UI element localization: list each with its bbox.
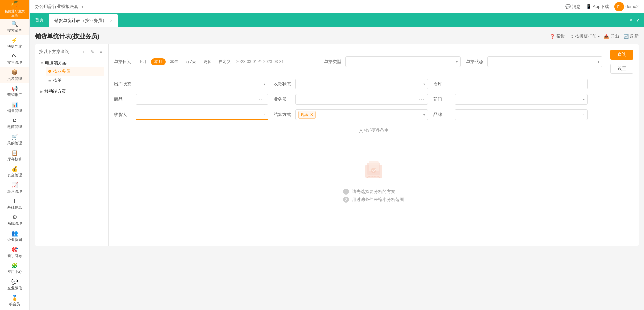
tree-children-desktop: ✓ 按业务员 ≡ 按单 xyxy=(39,67,104,85)
warehouse-dots: ··· xyxy=(578,81,585,87)
settlement-select[interactable]: 现金 ✕ ▾ xyxy=(295,109,428,120)
tab-active[interactable]: 销货单统计表（按业务员） × xyxy=(49,14,118,28)
tree-parent-mobile[interactable]: ▶ 移动端方案 xyxy=(39,87,104,95)
sidebar-item-搜索菜单[interactable]: 🔍搜索菜单 xyxy=(0,19,30,35)
hint-num-2: 2 xyxy=(343,197,349,203)
ship-status-chevron: ▾ xyxy=(264,82,265,86)
tree-child-order[interactable]: ≡ 按单 xyxy=(46,76,104,85)
date-last-month-btn[interactable]: 上月 xyxy=(136,58,150,66)
date-this-month-btn[interactable]: 本月 xyxy=(151,58,166,65)
add-scheme-icon[interactable]: + xyxy=(80,48,87,55)
message-label: 消息 xyxy=(572,4,581,10)
print-label: 按模板打印 xyxy=(575,33,597,39)
dropdown-icon[interactable]: ▾ xyxy=(81,4,84,9)
tab-home[interactable]: 首页 xyxy=(30,13,49,27)
sidebar-label-9: 资金管理 xyxy=(7,173,22,177)
sidebar-icon-5: 📊 xyxy=(11,101,18,108)
brand-select[interactable]: ··· xyxy=(455,109,588,120)
date-this-year-btn[interactable]: 本年 xyxy=(167,58,181,66)
sidebar-icon-3: 📦 xyxy=(11,69,18,75)
date-more-btn[interactable]: 更多 xyxy=(200,58,214,66)
tree-child-salesperson[interactable]: ✓ 按业务员 xyxy=(46,67,104,76)
print-btn[interactable]: 🖨 按模板打印 ▾ xyxy=(569,33,600,39)
user-profile[interactable]: Ea demo2 xyxy=(614,2,639,11)
sidebar-item-营销推广[interactable]: 📢营销推广 xyxy=(0,83,30,99)
doc-type-select[interactable]: ▾ xyxy=(345,56,461,67)
empty-state: 1 请先选择要分析的方案 2 用过滤条件来缩小分析范围 xyxy=(114,136,633,223)
sidebar-item-资金管理[interactable]: 💰资金管理 xyxy=(0,164,30,180)
sidebar-icon-4: 📢 xyxy=(11,85,18,92)
sidebar-item-企业协同[interactable]: 👥企业协同 xyxy=(0,228,30,244)
sidebar-item-畅会员[interactable]: 🏅畅会员 xyxy=(0,293,30,309)
filter-field-goods: 商品 ··· xyxy=(114,94,268,105)
tree-parent-desktop[interactable]: ▼ 电脑端方案 xyxy=(39,59,104,67)
topbar: 办公用品行业模拟账套 ▾ 💬 消息 📱 App下载 Ea demo2 xyxy=(30,0,644,13)
sidebar-item-经营管理[interactable]: 📈经营管理 xyxy=(0,180,30,196)
sidebar-item-零售管理[interactable]: 🛍零售管理 xyxy=(0,51,30,67)
sidebar-icon-10: 📈 xyxy=(11,182,18,188)
logo-icon: 🍊 xyxy=(10,1,19,9)
department-label: 部门 xyxy=(433,96,452,102)
message-btn[interactable]: 💬 消息 xyxy=(565,4,581,10)
sidebar-item-销售管理[interactable]: 📊销售管理 xyxy=(0,99,30,115)
sidebar-label-7: 采购管理 xyxy=(7,141,22,145)
salesperson-select[interactable]: ··· xyxy=(295,94,428,105)
page-actions: ❓ 帮助 🖨 按模板打印 ▾ 📤 导出 🔄 刷新 xyxy=(550,33,639,39)
goods-dots: ··· xyxy=(259,96,265,102)
sidebar-item-应用中心[interactable]: 🧩应用中心 xyxy=(0,260,30,276)
sidebar-item-批发管理[interactable]: 📦批发管理 xyxy=(0,67,30,83)
export-icon: 📤 xyxy=(604,34,609,39)
settlement-tag-close[interactable]: ✕ xyxy=(310,112,313,117)
sidebar-item-快捷导航[interactable]: ⚡快捷导航 xyxy=(0,35,30,51)
consignee-input[interactable]: ··· xyxy=(136,109,268,120)
sidebar-item-基础信息[interactable]: ℹ基础信息 xyxy=(0,196,30,212)
ship-status-select[interactable]: ▾ xyxy=(136,79,268,89)
consignee-label: 收货人 xyxy=(114,112,133,118)
logo-sublabel: 标版 xyxy=(11,13,18,18)
filter-field-department: 部门 ▾ xyxy=(433,94,588,105)
tree-mobile: ▶ 移动端方案 xyxy=(39,86,104,97)
sidebar-item-电商管理[interactable]: 🖥电商管理 xyxy=(0,115,30,132)
settings-button[interactable]: 设置 xyxy=(610,64,633,74)
sidebar-item-采购管理[interactable]: 🛒采购管理 xyxy=(0,132,30,148)
refresh-btn[interactable]: 🔄 刷新 xyxy=(623,33,639,39)
sidebar-icon-11: ℹ xyxy=(14,198,16,204)
warehouse-select[interactable]: ··· xyxy=(455,79,588,89)
doc-type-label: 单据类型 xyxy=(324,59,343,65)
sidebar-icon-14: 🎯 xyxy=(11,246,18,253)
receive-status-select[interactable]: ▾ xyxy=(295,79,428,89)
filter-field-consignee: 收货人 ··· xyxy=(114,109,268,120)
export-btn[interactable]: 📤 导出 xyxy=(604,33,619,39)
sidebar-label-17: 畅会员 xyxy=(9,302,20,306)
query-button[interactable]: 查询 xyxy=(610,50,633,60)
doc-status-select[interactable]: ▾ xyxy=(487,56,602,67)
receive-status-label: 收款状态 xyxy=(274,81,292,87)
edit-scheme-icon[interactable]: ✎ xyxy=(89,48,96,55)
sidebar-item-新手引导[interactable]: 🎯新手引导 xyxy=(0,244,30,260)
collapse-bar[interactable]: ⋀ 收起更多条件 xyxy=(114,125,633,136)
close-window-icon[interactable]: ✕ xyxy=(629,17,633,23)
maximize-window-icon[interactable]: ⤢ xyxy=(636,17,640,23)
sidebar-item-企业微信[interactable]: 💬企业微信 xyxy=(0,276,30,293)
sidebar-item-库存核算[interactable]: 📋库存核算 xyxy=(0,148,30,164)
date-custom-btn[interactable]: 自定义 xyxy=(216,58,234,66)
sidebar-item-系统管理[interactable]: ⚙系统管理 xyxy=(0,212,30,228)
filter-row-1: 单据日期 上月 本月 本年 近7天 更多 自定义 2023-03-01 至 20… xyxy=(114,50,633,74)
sidebar-icon-0: 🔍 xyxy=(11,21,18,27)
sidebar-label-4: 营销推广 xyxy=(7,93,22,97)
doc-status-chevron: ▾ xyxy=(598,60,599,64)
goods-select[interactable]: ··· xyxy=(136,94,268,105)
tab-close-icon[interactable]: × xyxy=(110,18,112,23)
help-icon: ❓ xyxy=(550,34,555,39)
date-label: 单据日期 xyxy=(114,59,133,65)
date-last7-btn[interactable]: 近7天 xyxy=(182,58,199,66)
filter-field-salesperson: 业务员 ··· xyxy=(274,94,428,105)
collapse-panel-icon[interactable]: « xyxy=(98,48,104,55)
app-download-btn[interactable]: 📱 App下载 xyxy=(586,4,609,10)
department-select[interactable]: ▾ xyxy=(455,94,588,105)
print-dropdown-icon[interactable]: ▾ xyxy=(598,35,600,38)
filter-field-ship: 出库状态 ▾ xyxy=(114,79,268,89)
sidebar-icon-8: 📋 xyxy=(11,150,18,156)
help-btn[interactable]: ❓ 帮助 xyxy=(550,33,565,39)
app-download-icon: 📱 xyxy=(586,4,591,9)
